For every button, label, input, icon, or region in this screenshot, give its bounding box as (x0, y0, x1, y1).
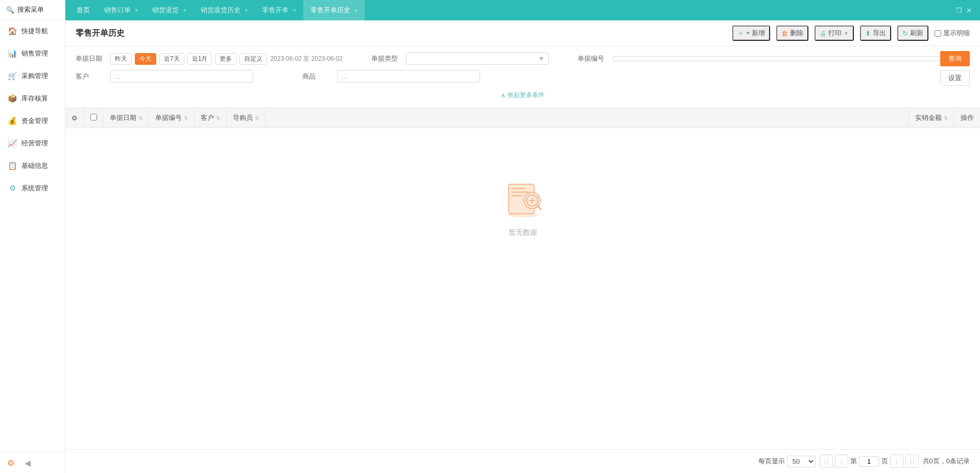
tab-sales-return[interactable]: 销货退货 × (145, 0, 193, 20)
sidebar-item-quick-nav[interactable]: 🏠 快捷导航 (0, 20, 65, 42)
sidebar-item-label: 销售管理 (21, 49, 48, 58)
doc-number-input[interactable] (612, 56, 970, 61)
page-nav: ⟨⟨ ⟨ 第 页 ⟩ ⟩⟩ (820, 455, 919, 468)
empty-row: 暂无数据 (65, 128, 980, 258)
home-icon: 🏠 (7, 26, 17, 36)
customer-input[interactable]: ... (110, 70, 253, 83)
number-sort[interactable]: 单据编号 ⇅ (155, 113, 188, 122)
export-icon: ⬆ (865, 30, 871, 37)
table-container: ⚙ 单据日期 ⇅ 单据编号 (65, 108, 980, 449)
guide-sort[interactable]: 导购员 ⇅ (233, 113, 259, 122)
content-area: 零售开单历史 ＋ + 新增 🗑 删除 🖨 打印 ▼ ⬆ 导出 (65, 20, 980, 473)
sidebar-item-inventory[interactable]: 📦 库存核算 (0, 87, 65, 110)
date-today-btn[interactable]: 今天 (135, 53, 156, 65)
sidebar-item-sales-mgmt[interactable]: 📊 销售管理 (0, 42, 65, 65)
sidebar-item-system-mgmt[interactable]: ⚙ 系统管理 (0, 177, 65, 200)
gear-icon: ⚙ (7, 183, 17, 193)
per-page-label: 每页显示 (758, 457, 785, 466)
filter-area: 单据日期 昨天 今天 近7天 近1月 更多 自定义 2023-06-02 至 2… (65, 46, 980, 108)
collapse-label: 收起更多条件 (508, 91, 544, 99)
doc-type-select[interactable]: ▼ (406, 53, 549, 65)
print-button[interactable]: 🖨 打印 ▼ (815, 26, 854, 41)
sidebar-item-label: 库存核算 (21, 94, 48, 103)
date-7days-btn[interactable]: 近7天 (159, 53, 184, 65)
next-page-btn[interactable]: ⟩ (890, 455, 903, 468)
tab-sales-return-history-close[interactable]: × (245, 7, 248, 13)
tab-retail-history-close[interactable]: × (354, 7, 357, 13)
tab-sales-order-close[interactable]: × (135, 7, 138, 13)
svg-rect-4 (511, 191, 529, 193)
table-settings-icon[interactable]: ⚙ (71, 114, 78, 122)
date-filter-label: 单据日期 (76, 54, 102, 63)
page-input[interactable] (859, 456, 879, 467)
tab-sales-return-label: 销货退货 (152, 6, 179, 15)
th-guide[interactable]: 导购员 ⇅ (227, 108, 266, 128)
tab-retail-history[interactable]: 零售开单历史 × (303, 0, 365, 20)
svg-rect-5 (511, 195, 522, 196)
tab-sales-return-history[interactable]: 销货退货历史 × (194, 0, 255, 20)
settings-filter-button[interactable]: 设置 (940, 70, 970, 86)
query-button[interactable]: 查询 (940, 51, 970, 66)
tab-home-label: 首页 (77, 6, 90, 15)
sidebar-item-basic-info[interactable]: 📋 基础信息 (0, 155, 65, 177)
add-button[interactable]: ＋ + 新增 (732, 26, 770, 41)
header-actions: ＋ + 新增 🗑 删除 🖨 打印 ▼ ⬆ 导出 ↻ (732, 26, 970, 41)
tab-retail-history-label: 零售开单历史 (310, 6, 350, 15)
sidebar-item-purchase-mgmt[interactable]: 🛒 采购管理 (0, 65, 65, 87)
goods-filter-label: 商品 (302, 72, 329, 81)
date-yesterday-btn[interactable]: 昨天 (110, 53, 132, 65)
tab-home[interactable]: 首页 (69, 0, 97, 20)
display-detail-input[interactable] (935, 30, 941, 37)
add-label: + 新增 (746, 29, 765, 38)
sidebar-item-finance[interactable]: 💰 资金管理 (0, 110, 65, 132)
customer-sort[interactable]: 客户 ⇅ (201, 113, 220, 122)
sidebar-item-label: 资金管理 (21, 116, 48, 126)
tab-sales-order[interactable]: 销售订单 × (97, 0, 145, 20)
total-text: 共0页，0条记录 (923, 457, 970, 466)
th-number[interactable]: 单据编号 ⇅ (149, 108, 195, 128)
th-amount[interactable]: 实销金额 ⇅ (909, 108, 954, 128)
first-page-btn[interactable]: ⟨⟨ (820, 455, 833, 468)
tab-sales-return-close[interactable]: × (183, 7, 186, 13)
th-date[interactable]: 单据日期 ⇅ (104, 108, 149, 128)
tab-retail-open-close[interactable]: × (293, 7, 296, 13)
collapse-sidebar-button[interactable]: ◀ (25, 458, 31, 468)
sidebar-search[interactable]: 🔍 搜索采单 (0, 0, 65, 20)
date-custom-btn[interactable]: 自定义 (240, 53, 267, 65)
tab-retail-open[interactable]: 零售开单 × (255, 0, 303, 20)
collapse-bar[interactable]: ∧ 收起更多条件 (76, 88, 970, 102)
refresh-label: 刷新 (910, 29, 923, 38)
per-page-select[interactable]: 50 100 200 (787, 456, 816, 467)
th-action-label: 操作 (961, 114, 974, 121)
tab-close-btn[interactable]: ✕ (966, 7, 972, 14)
page-header: 零售开单历史 ＋ + 新增 🗑 删除 🖨 打印 ▼ ⬆ 导出 (65, 20, 980, 46)
sidebar-item-operations[interactable]: 📈 经营管理 (0, 132, 65, 155)
date-1month-btn[interactable]: 近1月 (187, 53, 212, 65)
settings-button[interactable]: ⚙ (7, 458, 14, 468)
date-sort[interactable]: 单据日期 ⇅ (110, 113, 142, 122)
th-customer-label: 客户 (201, 113, 214, 122)
export-button[interactable]: ⬆ 导出 (860, 26, 891, 41)
th-customer[interactable]: 客户 ⇅ (195, 108, 227, 128)
sidebar-item-label: 基础信息 (21, 161, 48, 170)
empty-state: 暂无数据 (65, 128, 980, 258)
tab-sales-order-label: 销售订单 (104, 6, 131, 15)
display-detail-checkbox[interactable]: 显示明细 (935, 29, 970, 38)
refresh-button[interactable]: ↻ 刷新 (897, 26, 928, 41)
select-all-checkbox[interactable] (90, 114, 97, 120)
delete-button[interactable]: 🗑 删除 (776, 26, 808, 41)
date-more-btn[interactable]: 更多 (215, 53, 236, 65)
main-area: 首页 销售订单 × 销货退货 × 销货退货历史 × 零售开单 × 零售开单历史 … (65, 0, 980, 473)
filter-row-1: 单据日期 昨天 今天 近7天 近1月 更多 自定义 2023-06-02 至 2… (76, 53, 970, 65)
goods-input[interactable]: ... (337, 70, 480, 83)
print-icon: 🖨 (820, 30, 826, 37)
amount-sort[interactable]: 实销金额 ⇅ (915, 113, 948, 122)
th-number-label: 单据编号 (155, 113, 182, 122)
th-checkbox[interactable] (84, 108, 104, 128)
guide-sort-icon: ⇅ (255, 115, 259, 121)
tab-restore-btn[interactable]: ❐ (956, 7, 962, 14)
prev-page-btn[interactable]: ⟨ (835, 455, 848, 468)
last-page-btn[interactable]: ⟩⟩ (905, 455, 919, 468)
th-settings[interactable]: ⚙ (65, 108, 84, 128)
chart-icon: 📊 (7, 48, 17, 59)
